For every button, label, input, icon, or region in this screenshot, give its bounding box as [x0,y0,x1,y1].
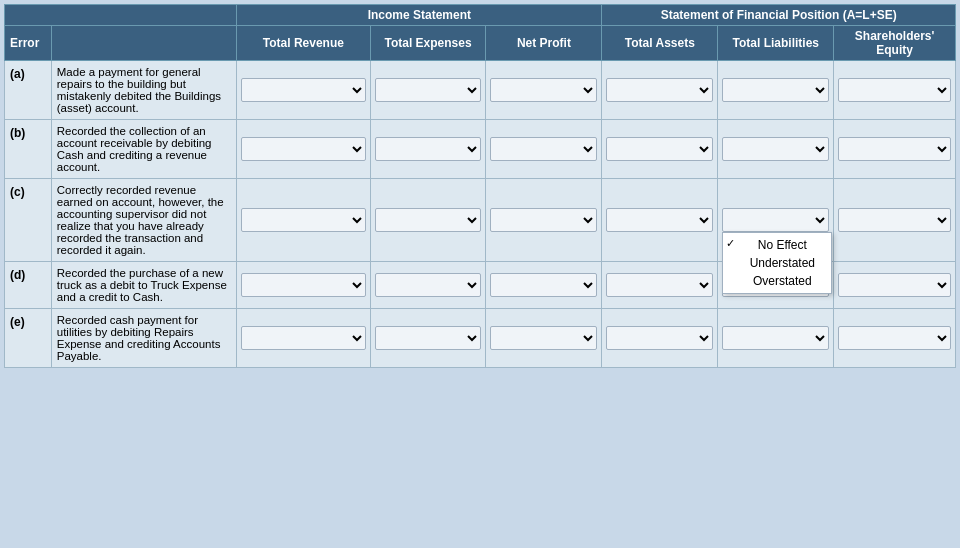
row-b-assets-select[interactable]: No Effect Understated Overstated [606,137,713,161]
header-total-liabilities: Total Liabilities [718,26,834,61]
row-d-revenue-select[interactable]: No Effect Understated Overstated [241,273,365,297]
row-b-liabilities-select[interactable]: No Effect Understated Overstated [722,137,829,161]
row-c-label: (c) [5,179,52,262]
row-b-shareholders-select[interactable]: No Effect Understated Overstated [838,137,951,161]
row-e-profit-select[interactable]: No Effect Understated Overstated [490,326,597,350]
row-b-assets-cell: No Effect Understated Overstated [602,120,718,179]
row-d-profit-select[interactable]: No Effect Understated Overstated [490,273,597,297]
row-a-profit-select[interactable]: No Effect Understated Overstated [490,78,597,102]
header-net-profit: Net Profit [486,26,602,61]
row-e-description: Recorded cash payment for utilities by d… [51,309,236,368]
row-d-label: (d) [5,262,52,309]
row-c-description: Correctly recorded revenue earned on acc… [51,179,236,262]
row-c-assets-select[interactable]: No Effect Understated Overstated [606,208,713,232]
row-b-shareholders-cell: No Effect Understated Overstated [834,120,956,179]
row-e-shareholders-select[interactable]: No Effect Understated Overstated [838,326,951,350]
row-e-expenses-cell: No Effect Understated Overstated [370,309,486,368]
row-d-assets-cell: No Effect Understated Overstated [602,262,718,309]
header-shareholders: Shareholders' Equity [834,26,956,61]
row-e-liabilities-cell: No Effect Understated Overstated [718,309,834,368]
row-e-assets-select[interactable]: No Effect Understated Overstated [606,326,713,350]
row-d-description: Recorded the purchase of a new truck as … [51,262,236,309]
dropdown-popup-container: No Effect Understated Overstated ✓ No Ef… [722,208,829,232]
dropdown-option-overstated[interactable]: Overstated [723,272,831,290]
row-b-revenue-select[interactable]: No Effect Understated Overstated [241,137,365,161]
row-b-description: Recorded the collection of an account re… [51,120,236,179]
accounting-table: Income Statement Statement of Financial … [4,4,956,368]
header-description-empty [51,26,236,61]
row-a-revenue-select[interactable]: No Effect Understated Overstated [241,78,365,102]
row-c-expenses-select[interactable]: No Effect Understated Overstated [375,208,482,232]
table-row: (c) Correctly recorded revenue earned on… [5,179,956,262]
header-total-expenses: Total Expenses [370,26,486,61]
dropdown-option-understated[interactable]: Understated [723,254,831,272]
row-c-profit-select[interactable]: No Effect Understated Overstated [490,208,597,232]
row-a-shareholders-select[interactable]: No Effect Understated Overstated [838,78,951,102]
row-d-shareholders-cell: No Effect Understated Overstated [834,262,956,309]
row-c-revenue-cell: No Effect Understated Overstated [237,179,370,262]
row-a-description: Made a payment for general repairs to th… [51,61,236,120]
row-c-profit-cell: No Effect Understated Overstated [486,179,602,262]
row-a-liabilities-cell: No Effect Understated Overstated [718,61,834,120]
row-a-expenses-cell: No Effect Understated Overstated [370,61,486,120]
header-total-assets: Total Assets [602,26,718,61]
row-e-profit-cell: No Effect Understated Overstated [486,309,602,368]
header-empty [5,5,237,26]
main-container: Income Statement Statement of Financial … [0,0,960,372]
row-a-liabilities-select[interactable]: No Effect Understated Overstated [722,78,829,102]
row-b-profit-select[interactable]: No Effect Understated Overstated [490,137,597,161]
row-d-expenses-select[interactable]: No Effect Understated Overstated [375,273,482,297]
dropdown-option-no-effect[interactable]: No Effect [723,236,831,254]
row-e-expenses-select[interactable]: No Effect Understated Overstated [375,326,482,350]
row-e-revenue-select[interactable]: No Effect Understated Overstated [241,326,365,350]
row-b-revenue-cell: No Effect Understated Overstated [237,120,370,179]
row-c-shareholders-select[interactable]: No Effect Understated Overstated [838,208,951,232]
table-row: (b) Recorded the collection of an accoun… [5,120,956,179]
header-income-statement: Income Statement [237,5,602,26]
row-e-assets-cell: No Effect Understated Overstated [602,309,718,368]
row-d-assets-select[interactable]: No Effect Understated Overstated [606,273,713,297]
row-d-expenses-cell: No Effect Understated Overstated [370,262,486,309]
row-b-label: (b) [5,120,52,179]
row-a-assets-select[interactable]: No Effect Understated Overstated [606,78,713,102]
row-b-expenses-select[interactable]: No Effect Understated Overstated [375,137,482,161]
row-b-expenses-cell: No Effect Understated Overstated [370,120,486,179]
row-a-revenue-cell: No Effect Understated Overstated [237,61,370,120]
row-a-shareholders-cell: No Effect Understated Overstated [834,61,956,120]
table-row: (e) Recorded cash payment for utilities … [5,309,956,368]
table-row: (a) Made a payment for general repairs t… [5,61,956,120]
row-e-shareholders-cell: No Effect Understated Overstated [834,309,956,368]
row-c-revenue-select[interactable]: No Effect Understated Overstated [241,208,365,232]
row-d-shareholders-select[interactable]: No Effect Understated Overstated [838,273,951,297]
row-a-profit-cell: No Effect Understated Overstated [486,61,602,120]
header-total-revenue: Total Revenue [237,26,370,61]
row-c-liabilities-cell: No Effect Understated Overstated ✓ No Ef… [718,179,834,262]
row-d-profit-cell: No Effect Understated Overstated [486,262,602,309]
row-e-liabilities-select[interactable]: No Effect Understated Overstated [722,326,829,350]
row-b-profit-cell: No Effect Understated Overstated [486,120,602,179]
row-c-assets-cell: No Effect Understated Overstated [602,179,718,262]
row-c-expenses-cell: No Effect Understated Overstated [370,179,486,262]
row-c-liabilities-select[interactable]: No Effect Understated Overstated [722,208,829,232]
row-e-revenue-cell: No Effect Understated Overstated [237,309,370,368]
header-error: Error [5,26,52,61]
row-b-liabilities-cell: No Effect Understated Overstated [718,120,834,179]
dropdown-popup: ✓ No Effect Understated Overstated [722,232,832,294]
row-c-shareholders-cell: No Effect Understated Overstated [834,179,956,262]
row-a-label: (a) [5,61,52,120]
row-a-expenses-select[interactable]: No Effect Understated Overstated [375,78,482,102]
row-a-assets-cell: No Effect Understated Overstated [602,61,718,120]
row-d-revenue-cell: No Effect Understated Overstated [237,262,370,309]
row-e-label: (e) [5,309,52,368]
header-financial-position: Statement of Financial Position (A=L+SE) [602,5,956,26]
